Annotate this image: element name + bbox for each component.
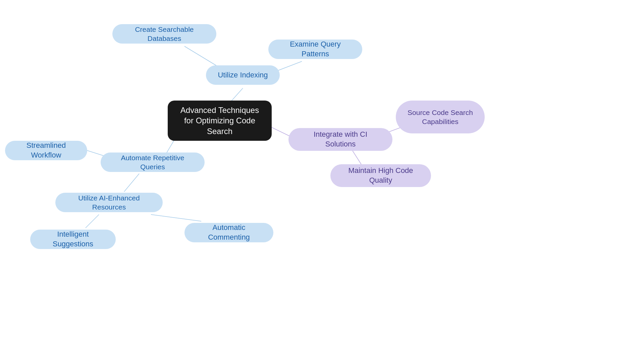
svg-line-6: [86, 215, 99, 228]
center-node: Advanced Techniques for Optimizing Code …: [168, 101, 272, 141]
streamlined-workflow-node: Streamlined Workflow: [5, 141, 87, 160]
maintain-high-code-quality-node: Maintain High Code Quality: [330, 164, 431, 187]
integrate-ci-solutions-node: Integrate with CI Solutions: [288, 128, 392, 151]
create-searchable-databases-node: Create Searchable Databases: [112, 24, 216, 44]
examine-query-patterns-node: Examine Query Patterns: [268, 40, 362, 59]
svg-line-7: [151, 215, 201, 221]
svg-line-5: [124, 174, 139, 192]
automatic-commenting-node: Automatic Commenting: [184, 223, 273, 242]
utilize-indexing-node: Utilize Indexing: [206, 65, 280, 85]
intelligent-suggestions-node: Intelligent Suggestions: [30, 230, 116, 249]
svg-line-10: [352, 150, 362, 166]
source-code-search-capabilities-node: Source Code Search Capabilities: [396, 101, 485, 133]
utilize-ai-enhanced-resources-node: Utilize AI-Enhanced Resources: [55, 193, 163, 212]
automate-repetitive-queries-node: Automate Repetitive Queries: [101, 153, 205, 172]
